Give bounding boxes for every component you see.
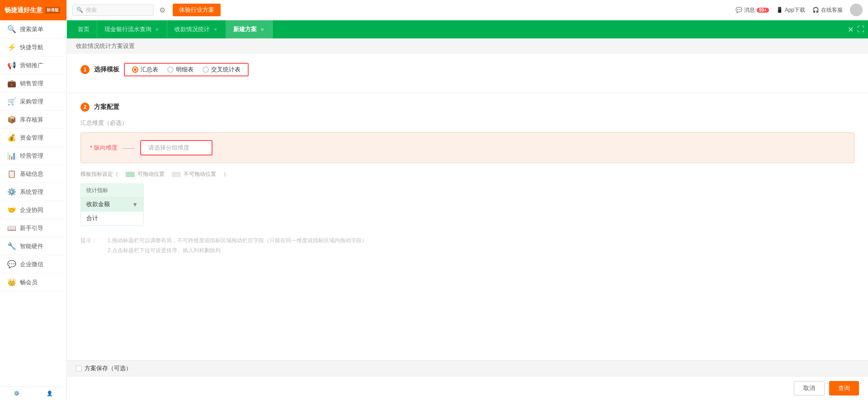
sidebar-bottom: ⚙️ 👤 — [0, 386, 66, 400]
sidebar-icon-1: ⚡ — [7, 43, 16, 52]
section-config: 2 方案配置 汇总维度（必选） * 纵向维度 —— 请选择分组维度 模板指标设定… — [67, 94, 868, 360]
sidebar-icon-0: 🔍 — [7, 25, 16, 33]
metrics-cell-total: 合计 — [81, 211, 143, 225]
legend-draggable-label: 可拖动位置 — [137, 170, 165, 178]
footer-area: 方案保存（可选） — [67, 360, 868, 376]
sidebar-label-13: 企业微信 — [20, 260, 43, 268]
template-option-summary[interactable]: 汇总表 — [132, 66, 158, 74]
metrics-title-text: 模板指标设定（ — [80, 170, 118, 178]
app-download-item[interactable]: 📱 App下载 — [776, 6, 805, 14]
metrics-table: 统计指标 收款金额 ▼ 合计 — [80, 184, 144, 226]
template-option-detail[interactable]: 明细表 — [167, 66, 193, 74]
sidebar-label-11: 新手引导 — [20, 224, 43, 232]
sidebar-item-0[interactable]: 🔍搜索菜单 — [0, 20, 66, 38]
sidebar-item-9[interactable]: ⚙️系统管理 — [0, 183, 66, 201]
online-service-item[interactable]: 🎧 在线客服 — [812, 6, 843, 14]
query-button[interactable]: 查询 — [829, 381, 859, 395]
radio-summary[interactable] — [132, 66, 138, 73]
sidebar-item-11[interactable]: 📖新手引导 — [0, 219, 66, 237]
sidebar-item-10[interactable]: 🤝企业协同 — [0, 201, 66, 219]
amount-label: 收款金额 — [86, 200, 110, 208]
sidebar-icon-14: 👑 — [7, 278, 16, 287]
template-cross-label: 交叉统计表 — [211, 66, 241, 74]
app-logo: 畅捷通好生意 标准版 — [0, 0, 66, 20]
tabbar: 首页现金银行流水查询×收款情况统计×新建方案× ✕ ⛶ — [67, 20, 868, 38]
maximize-icon[interactable]: ⛶ — [857, 25, 864, 33]
sidebar-bottom-user[interactable]: 👤 — [47, 391, 53, 396]
sidebar-icon-10: 🤝 — [7, 206, 16, 214]
tab-label-2: 收款情况统计 — [175, 25, 210, 33]
cancel-button[interactable]: 取消 — [794, 381, 825, 395]
section1-number: 1 — [80, 65, 90, 74]
summary-dim-label: 汇总维度（必选） — [80, 119, 127, 126]
sidebar-item-13[interactable]: 💬企业微信 — [0, 255, 66, 273]
sidebar-label-2: 营销推广 — [20, 61, 43, 70]
template-options-box: 汇总表 明细表 交叉统计表 — [124, 63, 249, 76]
sidebar-icon-3: 💼 — [7, 79, 16, 88]
legend-fixed-label: 不可拖动位置 — [184, 170, 216, 178]
metrics-cell-amount[interactable]: 收款金额 ▼ — [81, 198, 143, 211]
search-box[interactable]: 🔍 搜索 — [72, 5, 154, 16]
sidebar-label-5: 库存核算 — [20, 116, 43, 124]
sidebar-item-3[interactable]: 💼销售管理 — [0, 75, 66, 93]
sidebar-item-6[interactable]: 💰资金管理 — [0, 129, 66, 147]
message-icon: 💬 — [736, 7, 742, 13]
summary-dim-title: 汇总维度（必选） — [80, 119, 854, 127]
sidebar-bottom-settings[interactable]: ⚙️ — [14, 391, 20, 396]
sidebar-item-5[interactable]: 📦库存核算 — [0, 111, 66, 129]
sidebar-item-8[interactable]: 📋基础信息 — [0, 165, 66, 183]
sidebar-item-14[interactable]: 👑畅会员 — [0, 273, 66, 292]
radio-cross[interactable] — [203, 66, 209, 73]
app-name: 畅捷通好生意 — [5, 6, 42, 14]
sidebar-label-10: 企业协同 — [20, 206, 43, 214]
tab-close-1[interactable]: × — [154, 26, 160, 33]
message-label: 消息 — [744, 6, 755, 14]
sidebar-icon-5: 📦 — [7, 115, 16, 124]
sidebar-icon-8: 📋 — [7, 169, 16, 178]
tab-label-3: 新建方案 — [233, 25, 257, 33]
close-tab-icon[interactable]: ✕ — [848, 25, 854, 34]
tip-2: 2.点击标题栏下拉可设置排序、插入列和删除列 — [80, 246, 854, 256]
save-checkbox[interactable] — [76, 366, 82, 372]
metrics-section: 模板指标设定（ 可拖动位置 不可拖动位置 ） 统计指标 收款金额 — [80, 170, 854, 227]
close-paren: ） — [223, 170, 229, 178]
section2-number: 2 — [80, 103, 90, 112]
metrics-legend: 模板指标设定（ 可拖动位置 不可拖动位置 ） — [80, 170, 854, 178]
sidebar-label-7: 经营管理 — [20, 152, 43, 160]
legend-fixed-item: 不可拖动位置 — [172, 170, 216, 178]
tab-0[interactable]: 首页 — [71, 20, 97, 38]
app-download-label: App下载 — [785, 6, 805, 14]
sidebar-item-12[interactable]: 🔧智能硬件 — [0, 237, 66, 255]
tab-close-3[interactable]: × — [259, 26, 265, 33]
user-avatar[interactable] — [850, 4, 863, 16]
sidebar-icon-2: 📢 — [7, 61, 16, 70]
radio-detail[interactable] — [167, 66, 174, 73]
sidebar-item-4[interactable]: 🛒采购管理 — [0, 93, 66, 111]
sidebar-label-6: 资金管理 — [20, 134, 43, 142]
trial-button[interactable]: 体验行业方案 — [173, 4, 221, 16]
tab-close-2[interactable]: × — [212, 26, 218, 33]
tab-1[interactable]: 现金银行流水查询× — [97, 20, 167, 38]
draggable-indicator — [126, 172, 135, 177]
section1-header: 1 选择模板 汇总表 明细表 交叉统计表 — [80, 63, 854, 76]
message-item[interactable]: 💬 消息 99+ — [736, 6, 769, 14]
template-option-cross[interactable]: 交叉统计表 — [203, 66, 241, 74]
tab-2[interactable]: 收款情况统计× — [167, 20, 226, 38]
sidebar-item-7[interactable]: 📊经营管理 — [0, 147, 66, 165]
dimension-area: * 纵向维度 —— 请选择分组维度 — [80, 132, 854, 163]
download-icon: 📱 — [776, 7, 783, 13]
amount-dropdown-icon[interactable]: ▼ — [132, 201, 138, 208]
sidebar-item-1[interactable]: ⚡快捷导航 — [0, 38, 66, 56]
section-template: 1 选择模板 汇总表 明细表 交叉统计表 — [67, 54, 868, 93]
sidebar-icon-11: 📖 — [7, 224, 16, 232]
dimension-arrow: —— — [123, 145, 135, 151]
sidebar-label-0: 搜索菜单 — [20, 25, 43, 33]
topbar: 🔍 搜索 ⚙ 体验行业方案 💬 消息 99+ 📱 App下载 🎧 在线客服 — [67, 0, 868, 20]
tab-3[interactable]: 新建方案× — [226, 20, 273, 38]
dimension-select[interactable]: 请选择分组维度 — [140, 140, 212, 155]
save-option[interactable]: 方案保存（可选） — [76, 364, 859, 372]
search-placeholder: 搜索 — [86, 6, 97, 14]
sidebar-icon-9: ⚙️ — [7, 188, 16, 196]
sidebar-item-2[interactable]: 📢营销推广 — [0, 56, 66, 75]
settings-icon[interactable]: ⚙ — [159, 6, 165, 14]
